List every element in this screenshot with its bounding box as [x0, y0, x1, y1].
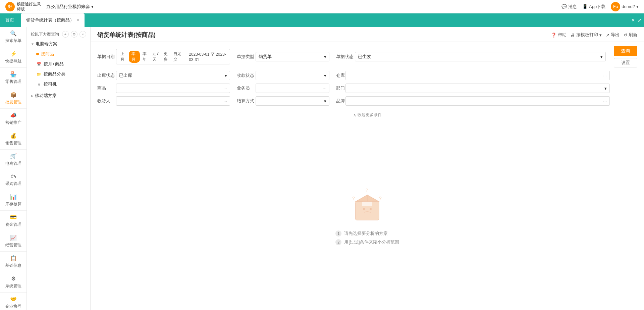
- brand-control[interactable]: ···: [345, 96, 610, 106]
- active-dot: [36, 53, 39, 55]
- filter-storage-status: 出库状态 已出库: [97, 71, 230, 80]
- ellipsis-icon: ···: [323, 86, 326, 91]
- date-tab-more[interactable]: 更多: [162, 51, 171, 63]
- content-area: 按以下方案查询 + ⚙ « ▼ 电脑端方案 按商品: [27, 27, 644, 310]
- filter-warehouse: 仓库 ···: [336, 71, 610, 80]
- close-window-icon[interactable]: ✕: [631, 18, 635, 23]
- enterprise-icon: 🤝: [10, 296, 17, 302]
- date-tab-this-year[interactable]: 本年: [141, 51, 150, 63]
- filter-brand: 品牌 ···: [336, 96, 610, 106]
- help-button[interactable]: ❓ 帮助: [551, 32, 567, 38]
- sidebar-item-basic[interactable]: 📋 基础信息: [0, 252, 26, 272]
- refresh-button[interactable]: ↺ 刷新: [624, 32, 637, 38]
- sidebar-item-sales[interactable]: 💰 销售管理: [0, 129, 26, 150]
- sidebar-item-operation[interactable]: 📈 经营管理: [0, 231, 26, 252]
- recipient-control[interactable]: ···: [116, 96, 230, 106]
- print-icon: 🖨: [571, 33, 575, 38]
- operation-icon: 📈: [10, 235, 17, 241]
- tab-active[interactable]: 销货单统计表（按商品） ×: [21, 13, 85, 27]
- query-button[interactable]: 查询: [614, 46, 637, 56]
- date-filter-control[interactable]: 上月 本月 本年 近7天 更多 自定义 2023-03-01 至 2023-03…: [116, 49, 230, 64]
- sidebar-item-system[interactable]: ⚙ 系统管理: [0, 272, 26, 293]
- scheme-section-desktop-header[interactable]: ▼ 电脑端方案: [27, 39, 90, 49]
- user-menu[interactable]: Ea demo2: [611, 2, 639, 11]
- logo-area: 好 畅捷通好生意 标版: [5, 2, 41, 11]
- sales-icon: 💰: [10, 133, 17, 139]
- storage-status-control[interactable]: 已出库: [116, 71, 230, 80]
- app-selector[interactable]: 办公用品行业模拟账套: [46, 4, 94, 10]
- date-tab-this-month[interactable]: 本月: [129, 51, 140, 63]
- tab-home[interactable]: 首页: [0, 13, 19, 27]
- step-1-badge: 1: [335, 230, 341, 237]
- chevron-up-icon: ∧: [353, 113, 356, 117]
- date-tab-custom[interactable]: 自定义: [172, 51, 183, 63]
- sidebar-item-search[interactable]: 🔍 搜索菜单: [0, 27, 26, 47]
- app-download-button[interactable]: 📱 App下载: [582, 4, 605, 10]
- filter-doc-type: 单据类型 销货单: [237, 52, 329, 61]
- doc-status-control[interactable]: 已生效: [355, 52, 606, 61]
- tab-close-icon[interactable]: ×: [77, 18, 79, 22]
- message-icon: 💬: [561, 4, 567, 9]
- page-header: 销货单统计表(按商品) ❓ 帮助 🖨 按模板打印 ↗: [91, 27, 644, 42]
- collapse-bar[interactable]: ∧ 收起更多条件: [91, 110, 644, 120]
- sidebar-item-retail[interactable]: 🏪 零售管理: [0, 68, 26, 88]
- scheme-item-by-cashier[interactable]: 🖨 按司机: [27, 79, 90, 89]
- doc-type-control[interactable]: 销货单: [256, 52, 329, 61]
- sidebar-item-marketing[interactable]: 📣 营销推广: [0, 109, 26, 129]
- topbar-right: 💬 消息 📱 App下载 Ea demo2: [561, 2, 639, 11]
- product-control[interactable]: ···: [116, 84, 230, 93]
- chevron-down-icon: [324, 73, 326, 78]
- message-button[interactable]: 💬 消息: [561, 4, 577, 10]
- scheme-actions: + ⚙ «: [62, 31, 86, 38]
- purchase-icon: 🛍: [11, 173, 16, 179]
- expand-icon[interactable]: ⤢: [638, 18, 641, 23]
- sidebar-item-finance[interactable]: 💳 资金管理: [0, 211, 26, 231]
- sidebar-item-inventory[interactable]: 📊 库存核算: [0, 190, 26, 211]
- empty-text-item-2: 2 用[过滤]条件来缩小分析范围: [335, 239, 399, 245]
- empty-illustration: ? ? ?: [347, 185, 387, 225]
- settings-button[interactable]: 设置: [614, 58, 637, 67]
- retail-icon: 🏪: [10, 71, 17, 78]
- sidebar-item-enterprise[interactable]: 🤝 企业协同: [0, 293, 26, 310]
- export-button[interactable]: ↗ 导出: [606, 32, 620, 38]
- quick-nav-icon: ⚡: [10, 51, 17, 57]
- folder-icon: 📁: [36, 71, 42, 77]
- page-title: 销货单统计表(按商品): [97, 31, 156, 39]
- logo-text: 畅捷通好生意 标版: [17, 2, 41, 11]
- date-tab-7days[interactable]: 近7天: [151, 51, 161, 63]
- date-tab-last-month[interactable]: 上月: [119, 51, 127, 63]
- logo-icon: 好: [5, 2, 15, 11]
- scheme-item-by-month-product[interactable]: 📅 按月+商品: [27, 59, 90, 69]
- sidebar-item-quick-nav[interactable]: ⚡ 快捷导航: [0, 47, 26, 68]
- sidebar-item-wholesale[interactable]: 📦 批发管理: [0, 88, 26, 109]
- calendar-icon: 📅: [36, 61, 42, 67]
- department-control[interactable]: [345, 84, 610, 93]
- payment-method-control[interactable]: [256, 96, 329, 106]
- scheme-collapse-button[interactable]: «: [79, 31, 86, 38]
- sidebar: 🔍 搜索菜单 ⚡ 快捷导航 🏪 零售管理 📦 批发管理 📣 营销推广 💰 销售管…: [0, 27, 27, 310]
- payment-status-control[interactable]: [256, 71, 329, 80]
- warehouse-control[interactable]: ···: [345, 71, 610, 80]
- scheme-item-by-category[interactable]: 📁 按商品分类: [27, 69, 90, 79]
- chevron-down-icon: [225, 73, 227, 78]
- template-print-button[interactable]: 🖨 按模板打印: [571, 32, 602, 38]
- scheme-section-mobile-header[interactable]: ▶ 移动端方案: [27, 91, 90, 101]
- tabbar: 首页 销货单统计表（按商品） × ✕ ⤢: [0, 13, 644, 27]
- scheme-settings-button[interactable]: ⚙: [71, 31, 77, 38]
- scheme-item-by-product[interactable]: 按商品: [27, 49, 90, 59]
- avatar: Ea: [611, 2, 620, 11]
- collapse-button[interactable]: ∧ 收起更多条件: [353, 112, 382, 118]
- salesperson-control[interactable]: ···: [256, 84, 329, 93]
- sidebar-item-purchase[interactable]: 🛍 采购管理: [0, 170, 26, 190]
- inventory-icon: 📊: [10, 194, 17, 200]
- chevron-down-icon: ▼: [31, 42, 34, 46]
- filter-row-1: 单据日期 上月 本月 本年 近7天 更多 自定义 20: [97, 46, 637, 67]
- svg-text:?: ?: [366, 188, 368, 193]
- sidebar-item-ecommerce[interactable]: 🛒 电商管理: [0, 150, 26, 170]
- system-icon: ⚙: [11, 275, 16, 282]
- scheme-panel: 按以下方案查询 + ⚙ « ▼ 电脑端方案 按商品: [27, 27, 91, 310]
- scheme-add-button[interactable]: +: [62, 31, 69, 38]
- empty-state: ? ? ? 1 请先选择要分析的方案 2 用[过滤]条件来缩小分析范围: [91, 120, 644, 310]
- filter-department: 部门: [336, 84, 610, 93]
- svg-text:?: ?: [379, 196, 382, 201]
